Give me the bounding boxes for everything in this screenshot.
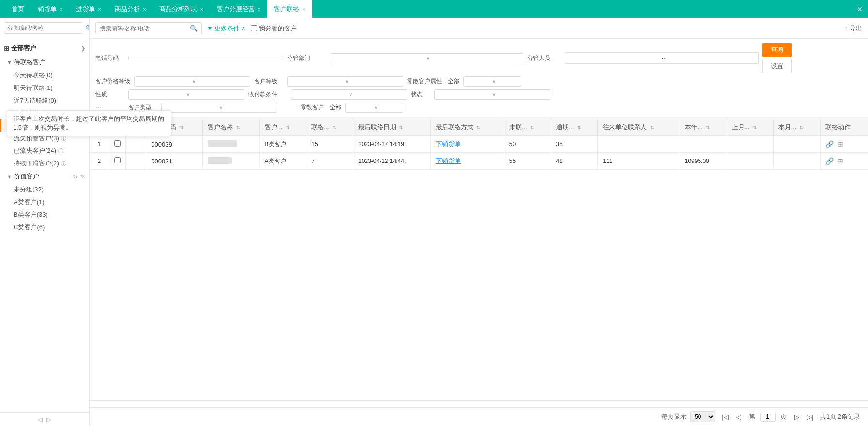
page-first-btn[interactable]: |◁ <box>719 412 731 422</box>
nav-sales[interactable]: 销货单 × <box>31 0 69 18</box>
data-table-container: ⚙ 客户编码 ⇅ 客户名称 ⇅ 客户... ⇅ <box>90 119 868 400</box>
payment-label: 收付款条件 <box>248 90 287 99</box>
tooltip-box: 距客户上次交易时长，超过了此客户的平均交易周期的1.5倍，则视为异常。 <box>90 110 171 136</box>
main-search-input[interactable] <box>100 25 190 32</box>
page-prev-btn[interactable]: ◁ <box>733 412 744 422</box>
nav-purchase-close[interactable]: × <box>98 6 101 12</box>
payment-select[interactable]: ∨ <box>291 89 407 100</box>
edit-icon[interactable]: ✎ <box>80 173 85 180</box>
setting-button[interactable]: 设置 <box>762 59 792 73</box>
page-number-input[interactable] <box>760 412 776 422</box>
close-all-tabs[interactable]: × <box>857 4 862 15</box>
page-last-btn[interactable]: ▷| <box>804 412 816 422</box>
nav-customer-contact[interactable]: 客户联络 × <box>267 0 312 18</box>
dept-select[interactable]: ∨ <box>330 53 523 63</box>
sidebar-item-ungroup[interactable]: 未分组(32) <box>0 183 89 196</box>
col-action: 联络动作 <box>821 119 868 136</box>
horizontal-scrollbar[interactable] <box>90 400 868 407</box>
sidebar-item-declining[interactable]: 持续下滑客户(2) ⓘ <box>0 157 89 170</box>
nav-product-analysis-close[interactable]: × <box>143 6 146 12</box>
manager-select[interactable]: ··· <box>565 52 759 64</box>
adv-row-1: 电话号码 分管部门 ∨ 分管人员 ··· 查询 设置 <box>95 43 862 73</box>
phone-input[interactable] <box>128 56 283 60</box>
row2-checkbox[interactable] <box>114 157 121 163</box>
my-customers-filter: 我分管的客户 <box>251 24 297 33</box>
query-button[interactable]: 查询 <box>762 43 792 57</box>
sidebar-group-pending[interactable]: ▼ 待联络客户 <box>0 56 89 69</box>
phone-label: 电话号码 <box>95 54 124 62</box>
row2-name[interactable] <box>203 153 259 170</box>
page-next-btn[interactable]: ▷ <box>792 412 802 422</box>
sort-unread-icon: ⇅ <box>530 125 534 130</box>
col-category[interactable]: 客户... ⇅ <box>259 119 306 136</box>
row1-code[interactable]: 000039 <box>146 136 203 153</box>
sidebar-next-icon[interactable]: ▷ <box>46 416 51 423</box>
sort-date-icon: ⇅ <box>399 125 403 130</box>
sidebar-item-class-c[interactable]: C类客户(6) <box>0 221 89 234</box>
scatter-customer-select[interactable]: ∨ <box>345 103 403 113</box>
filter-icon: ▼ <box>207 25 213 32</box>
col-name[interactable]: 客户名称 ⇅ <box>203 119 259 136</box>
nav-customer-tier-close[interactable]: × <box>258 6 260 12</box>
col-contact-person[interactable]: 往来单位联系人 ⇅ <box>598 119 680 136</box>
col-last-date[interactable]: 最后联络日期 ⇅ <box>353 119 431 136</box>
row1-last-method[interactable]: 下销货单 <box>430 136 504 153</box>
row1-name[interactable] <box>203 136 259 153</box>
export-button[interactable]: ↑ 导出 <box>845 24 863 33</box>
row1-link-icon[interactable]: 🔗 <box>825 140 834 148</box>
sidebar-all-customers[interactable]: ⊞ 全部客户 ❯ <box>0 41 89 56</box>
nav-product-analysis[interactable]: 商品分析 × <box>108 0 152 18</box>
row2-last-method[interactable]: 下销货单 <box>430 153 504 170</box>
price-grade-select[interactable]: ∨ <box>134 76 250 87</box>
row2-contact: 7 <box>306 153 353 170</box>
nav-product-list-close[interactable]: × <box>200 6 203 12</box>
nature-select[interactable]: ∨ <box>128 89 244 100</box>
sidebar-value-group[interactable]: ▼ 价值客户 ↻ ✎ <box>0 170 89 183</box>
refresh-icon[interactable]: ↻ <box>73 173 78 180</box>
status-select[interactable]: ∨ <box>434 89 550 100</box>
sidebar-item-class-a[interactable]: A类客户(1) <box>0 196 89 208</box>
row2-check <box>109 153 125 170</box>
customer-type-select[interactable]: ∨ <box>161 103 277 113</box>
col-overdue[interactable]: 逾期... ⇅ <box>551 119 598 136</box>
customer-grade-select[interactable]: ∨ <box>287 76 403 87</box>
per-page-select[interactable]: 50 100 200 <box>690 411 715 422</box>
row1-grid-icon[interactable]: ⊞ <box>838 140 843 148</box>
main-search-icon[interactable]: 🔍 <box>190 25 198 32</box>
sidebar-item-7days[interactable]: 近7天待联络(0) <box>0 94 89 107</box>
sidebar-prev-icon[interactable]: ◁ <box>38 416 43 423</box>
col-last-method[interactable]: 最后联络方式 ⇅ <box>430 119 504 136</box>
category-search-icon[interactable]: 🔍 <box>85 25 90 32</box>
sidebar-item-tomorrow[interactable]: 明天待联络(1) <box>0 82 89 94</box>
nav-sales-close[interactable]: × <box>60 6 62 12</box>
row1-contact-person <box>598 136 680 153</box>
my-customers-checkbox[interactable] <box>251 25 257 31</box>
sidebar-item-today[interactable]: 今天待联络(0) <box>0 69 89 82</box>
nav-customer-contact-close[interactable]: × <box>302 6 305 12</box>
sort-thismonth-icon: ⇅ <box>799 125 803 130</box>
col-last-month[interactable]: 上月... ⇅ <box>727 119 774 136</box>
category-search-input[interactable] <box>4 22 83 34</box>
nav-product-list[interactable]: 商品分析列表 × <box>152 0 210 18</box>
row2-grid-icon[interactable]: ⊞ <box>838 157 843 165</box>
more-conditions-btn[interactable]: ▼ 更多条件 ∧ <box>207 24 246 33</box>
nav-home[interactable]: 首页 <box>5 0 31 18</box>
sidebar-item-lost[interactable]: 已流失客户(24) ⓘ <box>0 145 89 157</box>
filter-bar: 🔍 ▼ 更多条件 ∧ 我分管的客户 ↑ 导出 <box>90 18 868 39</box>
manager-more-btn[interactable]: ··· <box>662 55 754 61</box>
col-this-year[interactable]: 本年... ⇅ <box>680 119 727 136</box>
row1-checkbox[interactable] <box>114 140 121 147</box>
advanced-filter: 电话号码 分管部门 ∨ 分管人员 ··· 查询 设置 <box>90 39 868 117</box>
scatter-attr-arrow: ∨ <box>492 79 517 84</box>
row2-link-icon[interactable]: 🔗 <box>825 157 834 165</box>
value-group-edit-icons: ↻ ✎ <box>73 173 85 180</box>
scatter-attr-select[interactable]: ∨ <box>463 76 521 87</box>
col-unread[interactable]: 未联... ⇅ <box>504 119 551 136</box>
col-contact[interactable]: 联络... ⇅ <box>306 119 353 136</box>
nav-customer-tier[interactable]: 客户分层经营 × <box>210 0 267 18</box>
col-this-month[interactable]: 本月... ⇅ <box>774 119 821 136</box>
row2-code[interactable]: 000031 <box>146 153 203 170</box>
sidebar-item-class-b[interactable]: B类客户(33) <box>0 208 89 221</box>
nav-purchase[interactable]: 进货单 × <box>69 0 107 18</box>
sort-year-icon: ⇅ <box>706 125 710 130</box>
